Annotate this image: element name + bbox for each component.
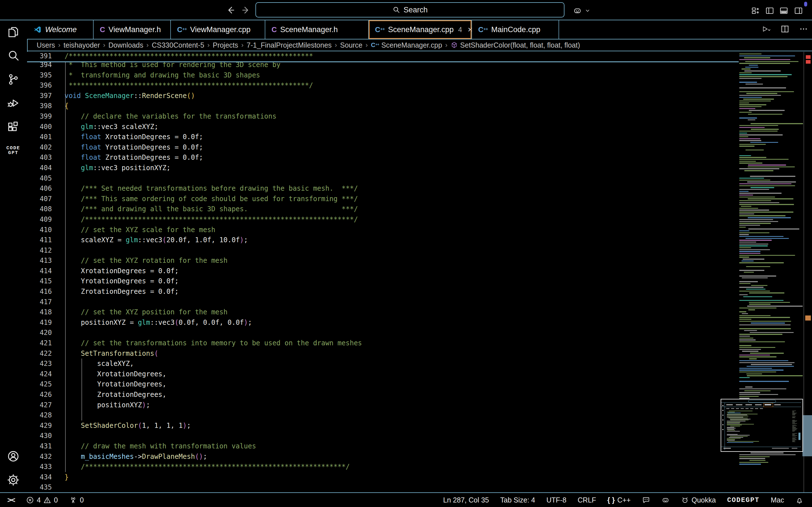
code-line-397[interactable]: 397void SceneManager::RenderScene() xyxy=(27,91,739,101)
files-icon[interactable] xyxy=(0,20,27,44)
code-line-433[interactable]: 433 /***********************************… xyxy=(27,462,739,472)
code-line-416[interactable]: 416 ZrotationDegrees = 0.0f; xyxy=(27,286,739,297)
line-number: 391 xyxy=(27,52,52,61)
copilot-status[interactable] xyxy=(661,496,670,504)
code-line-401[interactable]: 401 float XrotationDegrees = 0.0f; xyxy=(27,132,739,142)
code-line-419[interactable]: 419 positionXYZ = glm::vec3(0.0f, 0.0f, … xyxy=(27,318,739,328)
code-line-435[interactable]: 435 xyxy=(27,482,739,492)
code-line-398[interactable]: 398{ xyxy=(27,101,739,111)
code-line-428[interactable]: 428 xyxy=(27,410,739,420)
code-line-424[interactable]: 424 XrotationDegrees, xyxy=(27,369,739,379)
chevron-down-icon[interactable] xyxy=(585,8,591,13)
more-actions-icon[interactable] xyxy=(799,24,808,35)
code-line-395[interactable]: 395 * transforming and drawing the basic… xyxy=(27,70,739,80)
code-line-426[interactable]: 426 ZrotationDegrees, xyxy=(27,390,739,400)
scrollbar-slider[interactable] xyxy=(802,415,812,456)
toggle-primary-sidebar-icon[interactable] xyxy=(765,6,774,15)
breadcrumb-item[interactable]: Users xyxy=(37,41,55,49)
breadcrumb-item[interactable]: Downloads xyxy=(109,41,144,49)
code-line-418[interactable]: 418 // set the XYZ position for the mesh xyxy=(27,307,739,318)
tab-welcome[interactable]: Welcome xyxy=(27,20,93,39)
quokka[interactable]: Quokka xyxy=(681,496,716,504)
tab-viewmanager-h[interactable]: CViewManager.h xyxy=(94,20,170,39)
extensions-icon[interactable] xyxy=(0,115,27,138)
problems-indicator[interactable]: 40 xyxy=(26,496,58,504)
code-line-411[interactable]: 411 scaleXYZ = glm::vec3(20.0f, 1.0f, 10… xyxy=(27,235,739,245)
tab-scenemanager-cpp[interactable]: C++SceneManager.cpp4× xyxy=(369,20,471,39)
breadcrumb-item[interactable]: 7-1_FinalProjectMilestones xyxy=(247,41,332,49)
toggle-secondary-sidebar-icon[interactable] xyxy=(794,6,803,15)
code-line-431[interactable]: 431 // draw the mesh with transformation… xyxy=(27,441,739,452)
nav-forward-icon[interactable] xyxy=(241,5,251,15)
code-line-421[interactable]: 421 // set the transformations into memo… xyxy=(27,338,739,348)
code-line-391[interactable]: 391/************************************… xyxy=(27,52,739,61)
code-line-427[interactable]: 427 positionXYZ); xyxy=(27,400,739,410)
code-line-406[interactable]: 406 /*** Set needed transformations befo… xyxy=(27,183,739,194)
breadcrumb-item[interactable]: Source xyxy=(340,41,362,49)
code-line-402[interactable]: 402 float YrotationDegrees = 0.0f; xyxy=(27,142,739,153)
status-label: 4 xyxy=(37,496,41,504)
code-line-432[interactable]: 432 m_basicMeshes->DrawPlaneMesh(); xyxy=(27,452,739,462)
codegpt-status[interactable]: CODEGPT xyxy=(727,496,760,504)
vscode-window: { "window": { "search_placeholder": "Sea… xyxy=(0,0,812,507)
code-line-423[interactable]: 423 scaleXYZ, xyxy=(27,358,739,369)
breadcrumb-item[interactable]: C++SceneManager.cpp xyxy=(371,41,442,49)
gear-icon[interactable] xyxy=(0,468,27,492)
code-line-413[interactable]: 413 // set the XYZ rotation for the mesh xyxy=(27,256,739,266)
code-line-399[interactable]: 399 // declare the variables for the tra… xyxy=(27,111,739,122)
debug-icon[interactable] xyxy=(0,91,27,115)
search-icon[interactable] xyxy=(0,44,27,68)
notifications[interactable] xyxy=(795,496,804,504)
indentation[interactable]: Tab Size: 4 xyxy=(500,496,535,504)
line-number: 400 xyxy=(27,122,52,132)
code-line-400[interactable]: 400 glm::vec3 scaleXYZ; xyxy=(27,122,739,132)
run-code-icon[interactable] xyxy=(762,24,771,35)
code-line-425[interactable]: 425 YrotationDegrees, xyxy=(27,379,739,390)
code-line-407[interactable]: 407 /*** This same ordering of code shou… xyxy=(27,194,739,204)
breadcrumb-item[interactable]: SetShaderColor(float, float, float, floa… xyxy=(451,41,580,49)
code-line-417[interactable]: 417 xyxy=(27,297,739,307)
code-line-434[interactable]: 434} xyxy=(27,472,739,483)
code-line-408[interactable]: 408 /*** and drawing all the basic 3D sh… xyxy=(27,204,739,214)
source-control-icon[interactable] xyxy=(0,68,27,91)
tab-maincode-cpp[interactable]: C++MainCode.cpp xyxy=(472,20,559,39)
ports-indicator[interactable]: 0 xyxy=(69,496,84,504)
code-line-410[interactable]: 410 // set the XYZ scale for the mesh xyxy=(27,225,739,235)
code-line-404[interactable]: 404 glm::vec3 positionXYZ; xyxy=(27,163,739,173)
search-input[interactable]: Search xyxy=(255,2,564,17)
language-mode[interactable]: { }C++ xyxy=(607,496,631,504)
account-icon[interactable] xyxy=(0,445,27,468)
feedback[interactable] xyxy=(642,496,650,504)
code-line-430[interactable]: 430 xyxy=(27,431,739,441)
code-line-414[interactable]: 414 XrotationDegrees = 0.0f; xyxy=(27,266,739,276)
breadcrumb-item[interactable]: teishayoder xyxy=(63,41,100,49)
remote-indicator[interactable]: >< xyxy=(7,496,15,504)
breadcrumb-item[interactable]: Projects xyxy=(213,41,238,49)
customize-layout-icon[interactable] xyxy=(751,6,760,15)
copilot-icon[interactable] xyxy=(573,6,582,15)
code-line-415[interactable]: 415 YrotationDegrees = 0.0f; xyxy=(27,276,739,286)
tab-viewmanager-cpp[interactable]: C++ViewManager.cpp xyxy=(171,20,265,39)
code-line-412[interactable]: 412 xyxy=(27,245,739,256)
codegpt-icon[interactable]: CODEGPT xyxy=(0,138,27,162)
tab-scenemanager-h[interactable]: CSceneManager.h xyxy=(265,20,368,39)
eol-sequence[interactable]: CRLF xyxy=(578,496,596,504)
code-line-429[interactable]: 429 SetShaderColor(1, 1, 1, 1); xyxy=(27,420,739,431)
code-line-422[interactable]: 422 SetTransformations( xyxy=(27,348,739,359)
encoding[interactable]: UTF-8 xyxy=(546,496,566,504)
breadcrumb-item[interactable]: CS330Content-5 xyxy=(152,41,204,49)
sticky-scroll-line[interactable]: 391/************************************… xyxy=(27,52,739,62)
code-editor[interactable]: 394 * This method is used for rendering … xyxy=(27,52,739,492)
code-line-420[interactable]: 420 xyxy=(27,328,739,338)
split-editor-icon[interactable] xyxy=(780,24,790,35)
mac-indicator[interactable]: Mac xyxy=(771,496,784,504)
toggle-panel-icon[interactable] xyxy=(779,6,788,15)
nav-back-icon[interactable] xyxy=(225,5,236,15)
code-line-405[interactable]: 405 xyxy=(27,173,739,184)
code-line-396[interactable]: 396 ************************************… xyxy=(27,80,739,91)
code-line-403[interactable]: 403 float ZrotationDegrees = 0.0f; xyxy=(27,152,739,163)
tab-separator xyxy=(559,20,559,39)
screen-mirror-window[interactable] xyxy=(721,399,803,452)
code-line-409[interactable]: 409 /***********************************… xyxy=(27,214,739,225)
cursor-position[interactable]: Ln 287, Col 35 xyxy=(443,496,489,504)
